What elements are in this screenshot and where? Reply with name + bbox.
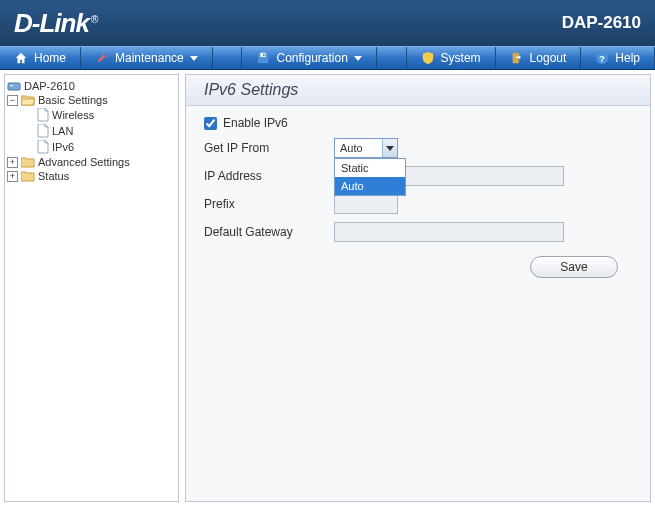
content-panel: IPv6 Settings Enable IPv6 Get IP From Au… [185,74,651,502]
get-ip-from-value: Auto [340,142,363,154]
svg-rect-7 [10,85,13,86]
menu-maintenance-label: Maintenance [115,51,184,65]
sidebar: DAP-2610 − Basic Settings Wireless LAN [4,74,179,502]
svg-rect-2 [263,54,265,57]
menu-system-label: System [441,51,481,65]
ip-address-label: IP Address [204,169,334,183]
brand-logo: D-Link ® [14,8,100,39]
prefix-label: Prefix [204,197,334,211]
folder-icon [21,170,35,182]
tree-basic-settings[interactable]: − Basic Settings [7,93,176,107]
menu-logout-label: Logout [530,51,567,65]
tree-lan[interactable]: LAN [7,123,176,139]
page-icon [37,124,49,138]
collapse-icon[interactable]: − [7,95,18,106]
tree-wireless-label: Wireless [52,109,94,121]
menu-configuration-label: Configuration [276,51,347,65]
menu-help-label: Help [615,51,640,65]
shield-icon [421,51,435,65]
home-icon [14,51,28,65]
page-icon [37,140,49,154]
menu-home[interactable]: Home [0,47,81,69]
expand-icon[interactable]: + [7,171,18,182]
tree-status[interactable]: + Status [7,169,176,183]
menu-system[interactable]: System [407,47,496,69]
tree-wireless[interactable]: Wireless [7,107,176,123]
tree-ipv6[interactable]: IPv6 [7,139,176,155]
model-label: DAP-2610 [562,13,641,33]
brand-text: D-Link [14,8,89,39]
expand-icon[interactable]: + [7,157,18,168]
tree-advanced-label: Advanced Settings [38,156,130,168]
menu-help[interactable]: ? Help [581,47,655,69]
tree-status-label: Status [38,170,69,182]
tree-root-label: DAP-2610 [24,80,75,92]
option-static[interactable]: Static [335,159,405,177]
get-ip-from-select[interactable]: Auto [334,138,398,158]
registered-mark: ® [91,14,98,25]
get-ip-from-dropdown: Static Auto [334,158,406,196]
prefix-input[interactable] [334,194,398,214]
wrench-icon [95,51,109,65]
logout-icon [510,51,524,65]
folder-icon [21,156,35,168]
menu-configuration[interactable]: Configuration [242,47,376,69]
menu-maintenance[interactable]: Maintenance [81,47,213,69]
get-ip-from-label: Get IP From [204,141,334,155]
header: D-Link ® DAP-2610 [0,0,655,46]
menu-home-label: Home [34,51,66,65]
chevron-down-icon [190,56,198,61]
tree-ipv6-label: IPv6 [52,141,74,153]
folder-open-icon [21,94,35,106]
default-gateway-label: Default Gateway [204,225,334,239]
save-button[interactable]: Save [530,256,618,278]
svg-text:?: ? [599,53,605,64]
chevron-down-icon [354,56,362,61]
enable-ipv6-label: Enable IPv6 [223,116,288,130]
menu-logout[interactable]: Logout [496,47,582,69]
tree-basic-label: Basic Settings [38,94,108,106]
menubar: Home Maintenance Configuration System Lo… [0,46,655,70]
page-icon [37,108,49,122]
default-gateway-input[interactable] [334,222,564,242]
device-icon [7,80,21,92]
svg-rect-6 [8,83,20,90]
enable-ipv6-checkbox[interactable] [204,117,217,130]
help-icon: ? [595,51,609,65]
page-title: IPv6 Settings [186,75,650,106]
tree-advanced-settings[interactable]: + Advanced Settings [7,155,176,169]
disk-icon [256,51,270,65]
option-auto[interactable]: Auto [335,177,405,195]
tree-lan-label: LAN [52,125,73,137]
chevron-down-icon [382,139,397,157]
tree-root[interactable]: DAP-2610 [7,79,176,93]
